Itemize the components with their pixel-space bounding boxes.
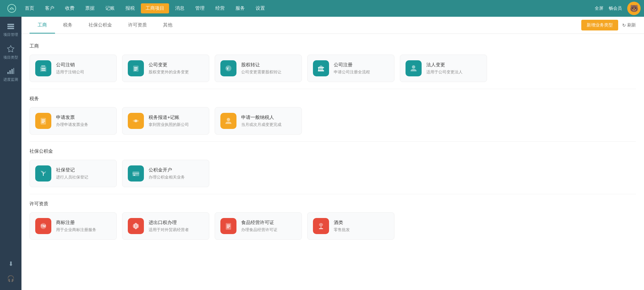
card-icon-股权转让: ¥: [220, 60, 236, 76]
xuke-cards: TM商标注册用于企业商标注册服务进出口权办理适用于对外贸易经营者食品经营许可证办…: [30, 212, 636, 240]
nav-item-报税[interactable]: 报税: [121, 3, 140, 13]
card-icon-法人变更: [406, 60, 422, 76]
card-title: 社保登记: [56, 167, 88, 173]
main-content: 工商税务社保公积金许可资质其他 新增业务类型 ↻ 刷新 工商 公司注销适用于注销…: [21, 17, 644, 290]
nav-item-经营[interactable]: 经营: [211, 3, 229, 13]
card-desc: 股权变更外的业务变更: [149, 69, 189, 75]
svg-marker-4: [7, 46, 14, 52]
mascot-avatar: 🐻: [627, 2, 641, 15]
svg-rect-20: [134, 70, 137, 71]
card-text-进出口权办理: 进出口权办理适用于对外贸易经营者: [149, 220, 189, 233]
section-title-shebao: 社保公积金: [30, 148, 636, 154]
card-商标注册[interactable]: TM商标注册用于企业商标注册服务: [30, 212, 117, 240]
fullscreen-button[interactable]: 全屏: [595, 5, 603, 11]
nav-item-收费[interactable]: 收费: [60, 3, 79, 13]
svg-rect-1: [7, 24, 14, 25]
card-desc: 适用于公司变更法人: [426, 69, 463, 75]
card-desc: 公司变更需要股权转让: [241, 69, 281, 75]
refresh-button[interactable]: ↻ 刷新: [622, 22, 636, 28]
sidebar-item-project-management[interactable]: 项目管理: [1, 20, 20, 40]
card-title: 酒类: [334, 220, 350, 226]
nav-item-服务[interactable]: 服务: [231, 3, 250, 13]
tabs-bar: 工商税务社保公积金许可资质其他 新增业务类型 ↻ 刷新: [21, 17, 644, 34]
svg-rect-12: [43, 68, 44, 69]
svg-rect-8: [13, 68, 14, 74]
card-text-食品经营许可证: 食品经营许可证办理食品经营许可证: [241, 220, 277, 233]
nav-item-首页[interactable]: 首页: [20, 3, 39, 13]
divider-1: [30, 89, 636, 89]
card-酒类[interactable]: 酒类零售批发: [307, 212, 394, 240]
sidebar-item-project-type[interactable]: 项目类型: [1, 42, 20, 63]
svg-rect-27: [321, 68, 322, 70]
card-title: 公积金开户: [149, 167, 185, 173]
card-title: 公司注销: [56, 62, 84, 68]
nav-item-工商项目[interactable]: 工商项目: [141, 3, 169, 13]
svg-text:¥: ¥: [226, 66, 229, 71]
svg-rect-3: [7, 28, 14, 29]
tab-税务[interactable]: 税务: [55, 17, 80, 33]
card-公司注销[interactable]: 公司注销适用于注销公司: [30, 55, 117, 82]
card-股权转让[interactable]: ¥股权转让公司变更需要股权转让: [215, 55, 302, 82]
card-icon-社保登记: [35, 165, 51, 182]
card-title: 公司注册: [334, 62, 370, 68]
svg-rect-48: [227, 226, 230, 227]
card-社保登记[interactable]: 社保登记进行人员社保登记: [30, 160, 117, 187]
card-税务报道+记账[interactable]: 税务报道+记账拿到营业执照的新公司: [122, 107, 209, 135]
content-area: 工商 公司注销适用于注销公司公司变更股权变更外的业务变更¥股权转让公司变更需要股…: [21, 34, 644, 290]
card-公积金开户[interactable]: 公积金开户办理公积金相关业务: [122, 160, 209, 187]
sidebar-item-progress[interactable]: 进度监测: [1, 64, 20, 85]
card-进出口权办理[interactable]: 进出口权办理适用于对外贸易经营者: [122, 212, 209, 240]
card-desc: 拿到营业执照的新公司: [149, 122, 189, 128]
card-icon-公司注销: [35, 60, 51, 76]
card-text-公司注销: 公司注销适用于注销公司: [56, 62, 84, 75]
support-icon[interactable]: 🎧: [5, 273, 17, 285]
svg-rect-18: [134, 67, 138, 68]
svg-rect-11: [42, 68, 43, 69]
tab-其他[interactable]: 其他: [155, 17, 180, 33]
add-type-button[interactable]: 新增业务类型: [581, 20, 618, 30]
card-法人变更[interactable]: 法人变更适用于公司变更法人: [400, 55, 487, 82]
top-navigation: 首页客户收费票据记账报税工商项目消息管理经营服务设置 全屏 畅会员 🐻: [0, 0, 644, 17]
sidebar-item-label: 项目管理: [3, 32, 18, 37]
tab-工商[interactable]: 工商: [30, 17, 55, 33]
svg-rect-28: [322, 68, 323, 70]
card-申请一般纳税人[interactable]: 申请一般纳税人当月或次月成变更完成: [215, 107, 302, 135]
card-公司注册[interactable]: 公司注册申请公司注册全流程: [307, 55, 394, 82]
svg-rect-5: [7, 72, 9, 74]
nav-item-设置[interactable]: 设置: [251, 3, 270, 13]
card-text-酒类: 酒类零售批发: [334, 220, 350, 233]
svg-rect-38: [132, 173, 139, 174]
tab-许可资质[interactable]: 许可资质: [120, 17, 155, 33]
svg-rect-51: [320, 226, 322, 228]
card-申请发票[interactable]: 申请发票办理申请发票业务: [30, 107, 117, 135]
sidebar-item-label: 项目类型: [3, 55, 18, 60]
card-desc: 用于企业商标注册服务: [56, 227, 96, 233]
card-text-法人变更: 法人变更适用于公司变更法人: [426, 62, 463, 75]
svg-rect-6: [9, 70, 11, 74]
download-icon[interactable]: ⬇: [5, 258, 17, 270]
nav-item-记账[interactable]: 记账: [101, 3, 119, 13]
nav-item-消息[interactable]: 消息: [170, 3, 189, 13]
card-title: 商标注册: [56, 220, 96, 226]
nav-item-票据[interactable]: 票据: [80, 3, 99, 13]
tabs-container: 工商税务社保公积金许可资质其他: [30, 17, 180, 33]
svg-rect-25: [318, 68, 319, 70]
card-desc: 办理公积金相关业务: [149, 174, 185, 180]
nav-item-客户[interactable]: 客户: [40, 3, 59, 13]
card-text-公积金开户: 公积金开户办理公积金相关业务: [149, 167, 185, 180]
card-title: 申请一般纳税人: [241, 115, 281, 121]
vip-button[interactable]: 畅会员: [609, 5, 622, 11]
card-title: 税务报道+记账: [149, 115, 189, 121]
card-title: 法人变更: [426, 62, 463, 68]
svg-rect-2: [7, 26, 14, 27]
nav-item-管理[interactable]: 管理: [191, 3, 209, 13]
card-desc: 零售批发: [334, 227, 350, 233]
card-公司变更[interactable]: 公司变更股权变更外的业务变更: [122, 55, 209, 82]
section-title-shuiwu: 税务: [30, 96, 636, 102]
card-desc: 适用于注销公司: [56, 69, 84, 75]
card-text-股权转让: 股权转让公司变更需要股权转让: [241, 62, 281, 75]
tab-社保公积金[interactable]: 社保公积金: [80, 17, 120, 33]
card-text-税务报道+记账: 税务报道+记账拿到营业执照的新公司: [149, 115, 189, 128]
card-食品经营许可证[interactable]: 食品经营许可证办理食品经营许可证: [215, 212, 302, 240]
card-icon-申请发票: [35, 113, 51, 129]
